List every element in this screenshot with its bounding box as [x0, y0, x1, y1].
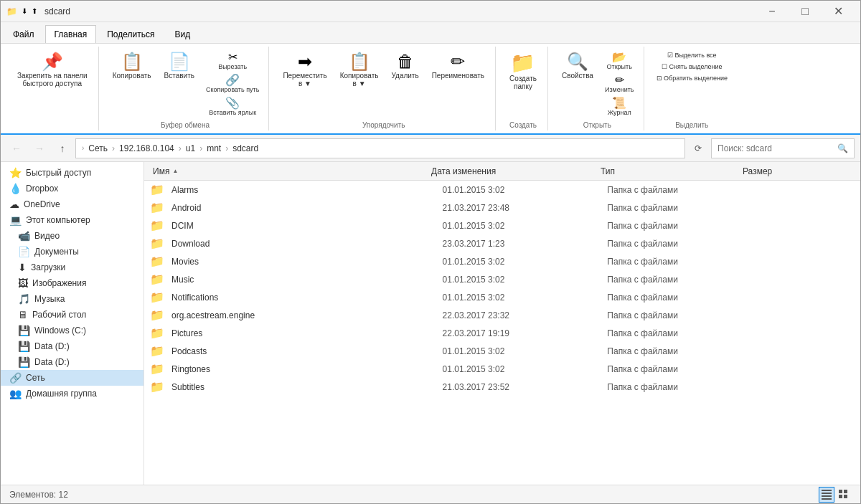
ribbon-btn-cut[interactable]: ✂ Вырезать: [202, 49, 263, 72]
minimize-button[interactable]: −: [756, 1, 789, 22]
search-box[interactable]: 🔍: [711, 138, 855, 158]
create-content: 📁 Создатьпапку: [504, 47, 542, 118]
ribbon-group-organize: ➡ Переместитьв ▼ 📋 Копироватьв ▼ 🗑 Удали…: [272, 47, 496, 130]
file-date: 23.03.2017 1:23: [440, 239, 605, 249]
file-name: Download: [169, 239, 440, 249]
sidebar-item-music[interactable]: 🎵 Музыка: [1, 291, 144, 307]
file-type: Папка с файлами: [604, 346, 743, 356]
explorer-window: 📁 ⬇ ⬆ sdcard − □ ✕ Файл Главная Поделить…: [0, 0, 861, 504]
search-icon: 🔍: [837, 143, 848, 153]
col-header-name[interactable]: Имя ▲: [150, 166, 428, 176]
file-date: 01.01.2015 3:02: [440, 221, 605, 231]
refresh-button[interactable]: ⟳: [688, 138, 708, 158]
shortcut-icon: 📎: [225, 98, 240, 109]
sidebar-item-quickaccess[interactable]: ⭐ Быстрый доступ: [1, 165, 144, 181]
sidebar-item-dropbox[interactable]: 💧 Dropbox: [1, 181, 144, 196]
large-icons-view-button[interactable]: [836, 487, 852, 503]
sidebar-item-desktop[interactable]: 🖥 Рабочий стол: [1, 307, 144, 323]
forward-button[interactable]: →: [29, 138, 50, 158]
folder-icon: 📁: [150, 290, 164, 304]
sidebar-label-documents: Документы: [34, 247, 79, 257]
details-view-button[interactable]: [819, 487, 834, 503]
tab-home[interactable]: Главная: [45, 25, 97, 43]
address-sdcard[interactable]: sdcard: [232, 143, 258, 153]
address-ip[interactable]: 192.168.0.104: [119, 143, 174, 153]
ribbon-btn-delete[interactable]: 🗑 Удалить: [386, 49, 423, 83]
tab-file[interactable]: Файл: [4, 25, 44, 43]
close-button[interactable]: ✕: [822, 1, 855, 22]
sidebar-item-onedrive[interactable]: ☁ OneDrive: [1, 196, 144, 212]
list-item[interactable]: 📁 Pictures 22.03.2017 19:19 Папка с файл…: [144, 324, 860, 342]
ribbon-btn-paste[interactable]: 📄 Вставить: [159, 49, 199, 83]
ribbon-btn-history[interactable]: 📜 Журнал: [601, 95, 638, 118]
list-item[interactable]: 📁 Notifications 01.01.2015 3:02 Папка с …: [144, 288, 860, 306]
list-item[interactable]: 📁 Subtitles 21.03.2017 23:52 Папка с фай…: [144, 378, 860, 396]
list-item[interactable]: 📁 Music 01.01.2015 3:02 Папка с файлами: [144, 270, 860, 288]
ribbon-btn-deselect[interactable]: ☐ Снять выделение: [653, 61, 731, 72]
up-button[interactable]: ↑: [52, 138, 72, 158]
tab-share[interactable]: Поделиться: [98, 25, 164, 43]
open-small: 📂 Открыть ✏ Изменить 📜 Журнал: [601, 49, 638, 118]
ribbon-btn-move[interactable]: ➡ Переместитьв ▼: [278, 49, 331, 91]
col-header-size[interactable]: Размер: [740, 166, 855, 176]
ribbon-btn-copyto[interactable]: 📋 Копироватьв ▼: [335, 49, 384, 91]
list-item[interactable]: 📁 Podcasts 01.01.2015 3:02 Папка с файла…: [144, 342, 860, 360]
address-network[interactable]: Сеть: [88, 143, 108, 153]
ribbon-btn-newfolder[interactable]: 📁 Создатьпапку: [504, 49, 542, 94]
col-date-label: Дата изменения: [431, 166, 496, 176]
sidebar-item-downloads[interactable]: ⬇ Загрузки: [1, 260, 144, 275]
tab-view[interactable]: Вид: [165, 25, 199, 43]
sidebar-item-video[interactable]: 📹 Видео: [1, 228, 144, 244]
clipboard-group-label: Буфер обмена: [108, 118, 263, 130]
sidebar-item-documents[interactable]: 📄 Документы: [1, 244, 144, 260]
select-group-label: Выделить: [653, 118, 731, 130]
sidebar-item-thispc[interactable]: 💻 Этот компьютер: [1, 212, 144, 228]
sidebar-item-homegroup[interactable]: 👥 Домашняя группа: [1, 386, 144, 401]
filelist: Имя ▲ Дата изменения Тип Размер 📁 Alarms…: [144, 162, 860, 485]
ribbon-btn-edit[interactable]: ✏ Изменить: [601, 72, 638, 95]
address-u1[interactable]: u1: [186, 143, 195, 153]
view-toggle: [819, 487, 852, 503]
ribbon-btn-rename[interactable]: ✏ Переименовать: [427, 49, 489, 83]
col-header-date[interactable]: Дата изменения: [428, 166, 598, 176]
ribbon-btn-copy[interactable]: 📋 Копировать: [108, 49, 156, 83]
ribbon-btn-selectall[interactable]: ☑ Выделить все: [653, 49, 731, 61]
sidebar-item-datad2[interactable]: 💾 Data (D:): [1, 354, 144, 370]
col-header-type[interactable]: Тип: [598, 166, 740, 176]
list-item[interactable]: 📁 Movies 01.01.2015 3:02 Папка с файлами: [144, 252, 860, 270]
address-mnt[interactable]: mnt: [207, 143, 221, 153]
list-item[interactable]: 📁 Alarms 01.01.2015 3:02 Папка с файлами: [144, 181, 860, 199]
back-button[interactable]: ←: [6, 138, 27, 158]
file-name: Pictures: [169, 328, 440, 338]
ribbon-btn-properties[interactable]: 🔍 Свойства: [557, 49, 598, 83]
list-item[interactable]: 📁 Ringtones 01.01.2015 3:02 Папка с файл…: [144, 360, 860, 378]
ribbon-btn-shortcut[interactable]: 📎 Вставить ярлык: [202, 95, 263, 118]
list-item[interactable]: 📁 Android 21.03.2017 23:48 Папка с файла…: [144, 199, 860, 217]
statusbar: Элементов: 12: [1, 485, 860, 503]
sidebar-label-thispc: Этот компьютер: [26, 215, 90, 225]
sidebar-item-windowsc[interactable]: 💾 Windows (C:): [1, 323, 144, 338]
newfolder-label: Создатьпапку: [509, 75, 537, 90]
sidebar-item-datad1[interactable]: 💾 Data (D:): [1, 338, 144, 354]
ribbon-group-content: 📌 Закрепить на панелибыстрого доступа: [12, 47, 93, 126]
svg-rect-1: [822, 493, 832, 494]
file-date: 22.03.2017 19:19: [440, 328, 605, 338]
ribbon-btn-open[interactable]: 📂 Открыть: [601, 49, 638, 72]
list-item[interactable]: 📁 DCIM 01.01.2015 3:02 Папка с файлами: [144, 217, 860, 234]
list-item[interactable]: 📁 Download 23.03.2017 1:23 Папка с файла…: [144, 234, 860, 252]
ribbon-btn-copypath[interactable]: 🔗 Скопировать путь: [202, 72, 263, 95]
sidebar-item-images[interactable]: 🖼 Изображения: [1, 275, 144, 291]
sidebar-label-datad2: Data (D:): [34, 357, 70, 367]
file-date: 01.01.2015 3:02: [440, 257, 605, 267]
sidebar-item-network[interactable]: 🔗 Сеть: [1, 370, 144, 386]
list-item[interactable]: 📁 org.acestream.engine 22.03.2017 23:32 …: [144, 306, 860, 324]
sidebar-label-network: Сеть: [26, 373, 45, 383]
address-box[interactable]: › Сеть › 192.168.0.104 › u1 › mnt › sdca…: [75, 138, 685, 158]
file-name: Ringtones: [169, 364, 440, 374]
move-label: Переместитьв ▼: [283, 72, 326, 87]
search-input[interactable]: [718, 143, 834, 153]
maximize-button[interactable]: □: [789, 1, 822, 22]
ribbon-btn-invertselect[interactable]: ⊡ Обратить выделение: [653, 72, 731, 84]
onedrive-icon: ☁: [9, 199, 19, 210]
ribbon-btn-quickaccess[interactable]: 📌 Закрепить на панелибыстрого доступа: [12, 49, 93, 91]
